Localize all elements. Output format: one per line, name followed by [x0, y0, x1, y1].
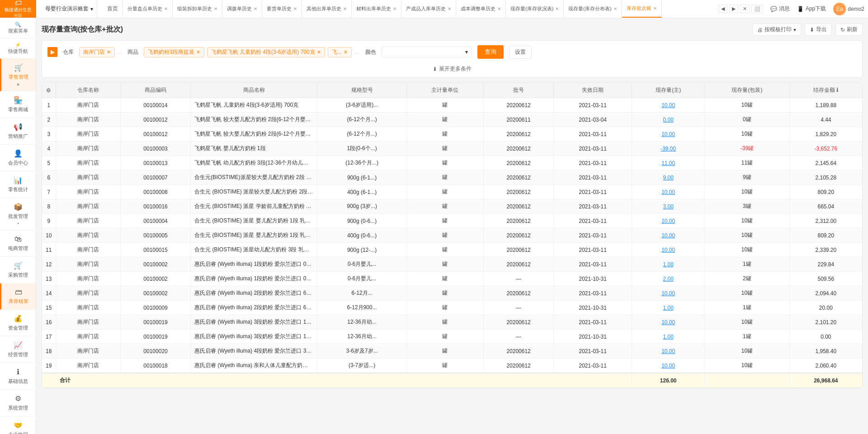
row-code: 00100020	[120, 344, 190, 359]
tab-stock-dist[interactable]: 现存量(库存分布表)✕	[564, 0, 622, 18]
row-qty-main[interactable]: 1.00	[632, 330, 705, 344]
sidebar-item-purchase[interactable]: 🛒 采购管理	[0, 257, 36, 283]
sidebar-item-shop[interactable]: 🏪 零售商城	[0, 91, 36, 118]
tab-other-outbound[interactable]: 其他出库单历史✕	[302, 0, 352, 18]
row-qty-main[interactable]: 2.00	[632, 272, 705, 286]
row-warehouse: 南岸门店	[56, 185, 120, 199]
col-qty-pkg: 现存量(包装)	[705, 83, 790, 98]
tab-expand-btn[interactable]: ⬜	[751, 5, 763, 13]
warehouse-tag-remove[interactable]: ✕	[107, 49, 111, 55]
tab-stock-status[interactable]: 现存量(库存状况表)✕	[506, 0, 564, 18]
tab-inventory-history[interactable]: 分量盘点单历史✕	[123, 0, 173, 18]
tab-assembly-history[interactable]: 组装拆卸单历史✕	[173, 0, 222, 18]
sidebar-item-collab[interactable]: 🤝 企业协同	[0, 416, 36, 434]
product-tag-3-remove[interactable]: ✕	[344, 49, 348, 55]
row-expire: 2021-03-11	[554, 286, 632, 301]
tab-prev-btn[interactable]: ◀	[718, 5, 727, 13]
row-qty-main[interactable]: 10.00	[632, 214, 705, 228]
tab-material-outbound[interactable]: 材料出库单历史✕	[352, 0, 401, 18]
row-qty-main[interactable]: 0.00	[632, 113, 705, 127]
sidebar-item-business[interactable]: 📈 经营管理	[0, 336, 36, 363]
row-qty-pkg: 10罐	[705, 286, 790, 301]
sidebar-item-retail-stats[interactable]: 📊 零售统计	[0, 171, 36, 198]
retail-icon: 🛒	[14, 63, 23, 72]
row-qty-main[interactable]: 10.00	[632, 243, 705, 257]
member-icon: 👤	[14, 149, 23, 158]
product-tag-1-remove[interactable]: ✕	[196, 49, 200, 55]
tab-cost-adjust[interactable]: 成本调整单历史✕	[456, 0, 506, 18]
row-batch: 20200611	[483, 113, 553, 127]
row-unit: 罐	[407, 98, 484, 113]
row-spec: (6-12个月...)	[317, 127, 407, 142]
search-menu-btn[interactable]: 🔍 搜索英单	[0, 18, 36, 38]
product-tag-2-remove[interactable]: ✕	[317, 49, 321, 55]
row-expire: 2021-03-11	[554, 185, 632, 199]
query-btn[interactable]: 查询	[477, 45, 504, 59]
warehouse-more[interactable]: …	[117, 49, 122, 55]
col-unit: 主计量单位	[407, 83, 484, 98]
sidebar-item-inventory[interactable]: 🗃 库存核算	[0, 283, 36, 310]
col-settings[interactable]: ⚙	[42, 83, 56, 98]
row-qty-main[interactable]: 10.00	[632, 228, 705, 243]
message-btn[interactable]: 💬 消息	[770, 5, 790, 13]
row-qty-main[interactable]: 10.00	[632, 127, 705, 142]
sidebar-item-wholesale[interactable]: 📦 批发管理 ▾	[0, 198, 36, 231]
filter-toggle-btn[interactable]: ▶	[47, 47, 57, 57]
row-qty-main[interactable]: 10.00	[632, 344, 705, 359]
row-qty-main[interactable]: 10.00	[632, 286, 705, 301]
product-more[interactable]: …	[354, 49, 360, 55]
tab-order-history[interactable]: 要货单历史✕	[262, 0, 302, 18]
row-qty-main[interactable]: 1.00	[632, 257, 705, 272]
row-batch: 20200612	[483, 359, 553, 373]
expand-icon: ⬇	[433, 66, 437, 72]
sidebar-item-member[interactable]: 👤 会员中心	[0, 145, 36, 171]
tab-close-btn[interactable]: ✕	[740, 5, 750, 13]
quick-nav-btn[interactable]: ⚡ 快捷导航	[0, 38, 36, 59]
row-qty-pkg: 9罐	[705, 170, 790, 185]
row-amount: 1,189.88	[789, 98, 862, 113]
tab-product-inbound[interactable]: 产成品入库单历史✕	[401, 0, 456, 18]
row-qty-main[interactable]: 10.00	[632, 315, 705, 330]
row-name: 惠氏启睿 (Wyeth illuma) 2段奶粉 爱尔兰进口 6-12月较...	[191, 301, 317, 315]
sidebar-item-retail[interactable]: 🛒 零售管理 ▶	[0, 59, 36, 91]
row-qty-main[interactable]: 9.00	[632, 170, 705, 185]
row-expire: 2021-03-11	[554, 359, 632, 373]
footer-amount: 26,968.64	[789, 373, 862, 388]
row-qty-main[interactable]: 10.00	[632, 185, 705, 199]
row-spec: (12-36个月...)	[317, 156, 407, 170]
row-unit: 罐	[407, 272, 484, 286]
sidebar-item-marketing[interactable]: 📢 营销推广	[0, 118, 36, 145]
setting-btn[interactable]: 设置	[509, 46, 532, 59]
account-dropdown[interactable]: 母婴行业演示账套 ▾	[42, 0, 97, 18]
row-qty-main[interactable]: 10.00	[632, 98, 705, 113]
tab-next-btn[interactable]: ▶	[729, 5, 738, 13]
tab-transfer-history[interactable]: 调拨单历史✕	[222, 0, 262, 18]
color-select[interactable]: ▾	[382, 47, 472, 57]
template-print-btn[interactable]: 🖨 按模板打印 ▾	[752, 24, 801, 36]
sidebar-item-basic[interactable]: ℹ 基础信息	[0, 363, 36, 390]
row-qty-main[interactable]: 3.00	[632, 199, 705, 214]
tab-batch-ledger[interactable]: 库存批次账✕	[622, 0, 662, 18]
sidebar-item-finance[interactable]: 💰 资金管理	[0, 310, 36, 336]
app-download-btn[interactable]: 📱 App下载	[797, 5, 826, 13]
col-qty-main: 现存量(主)	[632, 83, 705, 98]
row-spec: 900g (3岁...)	[317, 199, 407, 214]
row-qty-main[interactable]: 1.00	[632, 301, 705, 315]
sidebar-item-system[interactable]: ⚙ 系统管理	[0, 390, 36, 416]
row-spec: 12-36月幼...	[317, 330, 407, 344]
row-qty-main[interactable]: 10.00	[632, 359, 705, 373]
row-amount: 229.84	[789, 257, 862, 272]
row-warehouse: 南岸门店	[56, 228, 120, 243]
row-warehouse: 南岸门店	[56, 113, 120, 127]
row-amount: 665.04	[789, 199, 862, 214]
expand-more-btn[interactable]: ⬇ 展开更多条件	[433, 65, 472, 73]
row-qty-pkg: 10罐	[705, 127, 790, 142]
user-menu[interactable]: Ea demo2	[833, 3, 864, 15]
export-btn[interactable]: ⬇ 导出	[805, 24, 832, 36]
row-qty-main[interactable]: 11.00	[632, 156, 705, 170]
sidebar-item-ecommerce[interactable]: 🛍 电商管理	[0, 231, 36, 257]
row-warehouse: 南岸门店	[56, 272, 120, 286]
tab-home[interactable]: 首页	[103, 0, 123, 18]
row-expire: 2021-10-31	[554, 272, 632, 286]
refresh-btn[interactable]: ↻ 刷新	[835, 24, 863, 36]
